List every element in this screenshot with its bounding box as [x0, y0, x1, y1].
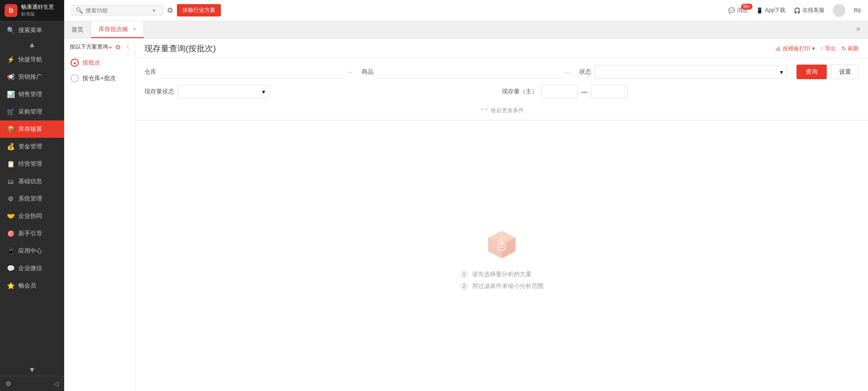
- sidebar-item-label: 企业微信: [18, 264, 42, 272]
- scheme-settings-btn[interactable]: ⚙: [115, 43, 121, 51]
- sidebar-item-purchase[interactable]: 🛒 采购管理: [0, 103, 64, 120]
- empty-illustration: [481, 222, 522, 263]
- sidebar-scroll-down[interactable]: ▼: [0, 364, 64, 376]
- experience-btn[interactable]: 体验行业方案: [177, 4, 221, 16]
- sidebar-item-operation[interactable]: 📋 经营管理: [0, 155, 64, 173]
- chevron-up-icon: ⌃⌃: [480, 108, 489, 114]
- sidebar-settings-icon[interactable]: ⚙: [5, 380, 11, 387]
- topbar-search-input[interactable]: [86, 7, 150, 14]
- app-edition: 标准版: [21, 11, 54, 17]
- refresh-btn[interactable]: ↻ 刷新: [841, 45, 859, 53]
- export-btn-label: 导出: [825, 45, 836, 53]
- sidebar: b 畅康通好生意 标准版 🔍 搜索菜单 ▲ ⚡ 快捷导航 📢 营销推广 📊 销售…: [0, 0, 64, 391]
- topbar: 🔍 ▾ ⚙ 体验行业方案 💬 消息 99+ 📱 App下载 🎧 在线客服 Ri: [64, 0, 868, 21]
- sidebar-item-label: 系统管理: [18, 195, 42, 203]
- stock-status-select[interactable]: ▾: [178, 85, 269, 98]
- sidebar-item-label: 应用中心: [18, 247, 42, 255]
- app-center-icon: 📱: [6, 247, 15, 255]
- filter-stock-status: 现存量状态 ▾: [144, 85, 493, 98]
- export-btn[interactable]: ↑ 导出: [820, 45, 836, 53]
- status-arrow-icon: ▾: [780, 69, 783, 76]
- panel-collapse-btn[interactable]: 《: [124, 43, 129, 51]
- sidebar-item-enterprise[interactable]: 🤝 企业协同: [0, 207, 64, 225]
- tab-inventory-close[interactable]: ×: [133, 26, 136, 33]
- stock-qty-label: 现存量（主）: [502, 87, 538, 96]
- app-info: 畅康通好生意 标准版: [21, 4, 54, 17]
- warehouse-input[interactable]: [160, 65, 346, 79]
- topbar-online-service[interactable]: 🎧 在线客服: [794, 6, 824, 14]
- sidebar-item-system[interactable]: ⚙ 系统管理: [0, 190, 64, 207]
- sidebar-item-sales[interactable]: 📊 销售管理: [0, 86, 64, 103]
- filter-stock-qty: 现存量（主） —: [502, 85, 850, 98]
- add-scheme-btn[interactable]: +: [109, 43, 112, 51]
- sidebar-item-inventory[interactable]: 📦 库存核算: [0, 120, 64, 138]
- sidebar-collapse-icon[interactable]: ◁: [54, 380, 59, 387]
- sidebar-search[interactable]: 🔍 搜索菜单: [0, 22, 64, 39]
- app-icon: 📱: [756, 7, 763, 14]
- sidebar-item-base[interactable]: 🗂 基础信息: [0, 173, 64, 190]
- scheme-by-batch[interactable]: ● 按批次: [64, 55, 135, 71]
- tab-inventory-label: 库存批次账: [99, 25, 128, 33]
- tab-home-label: 首页: [71, 26, 83, 34]
- status-label: 状态: [579, 68, 591, 76]
- topbar-right: 💬 消息 99+ 📱 App下载 🎧 在线客服 Rit: [728, 4, 861, 17]
- sidebar-item-marketing[interactable]: 📢 营销推广: [0, 68, 64, 86]
- print-icon: 🖨: [775, 45, 781, 52]
- product-input[interactable]: [377, 65, 563, 79]
- print-btn-label: 按模板打印: [783, 45, 810, 53]
- print-btn[interactable]: 🖨 按模板打印 ▾: [775, 45, 815, 53]
- sidebar-item-finance[interactable]: 💰 资金管理: [0, 138, 64, 155]
- scheme-by-warehouse-batch-label: 按仓库+批次: [82, 74, 116, 82]
- app-logo: b: [5, 4, 17, 17]
- tip-num-1: 1: [460, 270, 468, 278]
- topbar-messages[interactable]: 💬 消息 99+: [728, 6, 748, 14]
- topbar-search-dropdown[interactable]: ▾: [153, 7, 155, 14]
- sales-icon: 📊: [6, 90, 15, 98]
- topbar-avatar[interactable]: [833, 4, 846, 17]
- sidebar-item-wechat[interactable]: 💬 企业微信: [0, 260, 64, 277]
- main-area: 🔍 ▾ ⚙ 体验行业方案 💬 消息 99+ 📱 App下载 🎧 在线客服 Ri: [64, 0, 868, 391]
- print-dropdown-icon: ▾: [812, 45, 815, 52]
- sidebar-scroll-up[interactable]: ▲: [0, 39, 64, 51]
- tab-home[interactable]: 首页: [64, 21, 91, 38]
- empty-tips: 1 请先选择要分析的方案 2 用过滤条件来缩小分析范围: [460, 270, 544, 290]
- search-icon: 🔍: [6, 26, 15, 34]
- query-btn[interactable]: 查询: [797, 65, 827, 79]
- sidebar-item-label: 库存核算: [18, 125, 42, 133]
- export-icon: ↑: [820, 45, 823, 52]
- filter-row-2: 现存量状态 ▾ 现存量（主） —: [144, 85, 859, 98]
- sidebar-item-quick-nav[interactable]: ⚡ 快捷导航: [0, 51, 64, 68]
- topbar-gear-icon[interactable]: ⚙: [167, 6, 173, 15]
- tab-inventory[interactable]: 库存批次账 ×: [91, 21, 144, 38]
- tip-text-2: 用过滤条件来缩小分析范围: [472, 282, 544, 290]
- stock-qty-to[interactable]: [591, 85, 628, 98]
- topbar-username[interactable]: Rit: [854, 7, 861, 14]
- left-panel-title: 按以下方案查询: [70, 43, 108, 51]
- sidebar-item-member[interactable]: ⭐ 畅会员: [0, 277, 64, 294]
- sidebar-item-newbie[interactable]: 🎯 新手引导: [0, 225, 64, 242]
- collapse-more-btn[interactable]: ⌃⌃ 收起更多条件: [144, 104, 859, 115]
- topbar-app-download[interactable]: 📱 App下载: [756, 6, 786, 14]
- status-select[interactable]: ▾: [595, 65, 787, 79]
- collapse-label: 收起更多条件: [491, 107, 524, 114]
- app-title: 畅康通好生意: [21, 4, 54, 11]
- tip-num-2: 2: [460, 282, 468, 290]
- wechat-icon: 💬: [6, 264, 15, 272]
- topbar-search-box[interactable]: 🔍 ▾: [71, 5, 163, 16]
- svg-point-7: [503, 245, 504, 246]
- filter-action-btns: 查询 设置: [797, 65, 859, 79]
- scheme-by-warehouse-batch[interactable]: ○ 按仓库+批次: [64, 71, 135, 86]
- settings-btn[interactable]: 设置: [831, 65, 859, 79]
- page-header-actions: 🖨 按模板打印 ▾ ↑ 导出 ↻ 刷新: [775, 45, 859, 53]
- sidebar-nav: ⚡ 快捷导航 📢 营销推广 📊 销售管理 🛒 采购管理 📦 库存核算 💰 资金管…: [0, 51, 64, 364]
- tabs-close-all[interactable]: ×: [856, 25, 861, 34]
- purchase-icon: 🛒: [6, 108, 15, 116]
- product-more[interactable]: ···: [565, 68, 570, 76]
- filter-status: 状态 ▾: [579, 65, 787, 79]
- sidebar-item-label: 快捷导航: [18, 55, 42, 64]
- left-panel-actions: + ⚙ 《: [109, 43, 129, 51]
- stock-qty-from[interactable]: [541, 85, 578, 98]
- stock-status-label: 现存量状态: [144, 87, 174, 96]
- warehouse-more[interactable]: ···: [347, 68, 353, 76]
- sidebar-item-app-center[interactable]: 📱 应用中心: [0, 242, 64, 260]
